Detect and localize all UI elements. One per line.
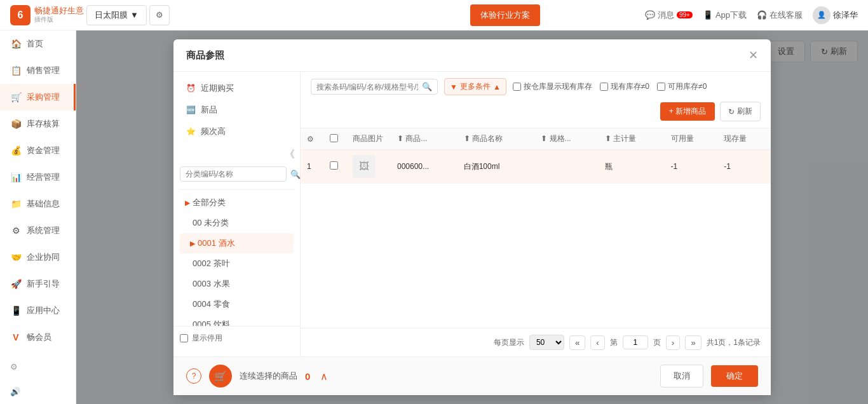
th-name[interactable]: ⬆ 商品名称 [458,128,535,150]
modal-title: 商品参照 [186,50,224,62]
member-icon: V [10,332,22,343]
logo-icon: 6 [10,5,31,25]
th-unit[interactable]: ⬆ 主计量 [599,128,665,150]
filter-checkboxes: 按仓库显示现有库存 现有库存≠0 可用库存≠0 [513,81,707,92]
modal-footer: ? 🛒 连续选择的商品 0 ∧ 取消 确定 [173,356,771,395]
logo-text: 畅捷通好生意 [34,6,84,16]
sidebar-item-inventory[interactable]: 📦 库存核算 [0,111,76,137]
row-num: 1 [301,150,323,184]
business-icon: 📊 [10,172,22,183]
confirm-btn[interactable]: 确定 [711,365,758,387]
sidebar-item-business[interactable]: 📊 经营管理 [0,164,76,191]
add-product-btn[interactable]: + 新增商品 [660,102,715,121]
sidebar-item-apps[interactable]: 📱 应用中心 [0,297,76,324]
guide-icon: 🚀 [10,278,22,290]
sidebar-item-collab[interactable]: 🤝 企业协同 [0,244,76,271]
cb-nonzero-available[interactable]: 可用库存≠0 [657,81,707,92]
first-page-btn[interactable]: « [569,335,585,350]
sidebar-item-base[interactable]: 📁 基础信息 [0,191,76,217]
sidebar-item-guide[interactable]: 🚀 新手引导 [0,271,76,297]
cb-warehouse-stock[interactable]: 按仓库显示现有库存 [513,81,592,92]
sidebar-item-purchase[interactable]: 🛒 采购管理 [0,84,76,111]
cb-nonzero-stock[interactable]: 现有库存≠0 [600,81,649,92]
base-icon: 📁 [10,198,22,210]
cat-0003[interactable]: 0003 水果 [180,274,294,294]
sidebar-item-member[interactable]: V 畅会员 [0,324,76,351]
cart-icon: 🛒 [209,365,232,387]
sidebar-volume-btn[interactable]: 🔊 [0,379,76,404]
next-page-btn[interactable]: › [666,335,680,350]
table-row[interactable]: 1 🖼 [301,150,771,184]
cat-0004[interactable]: 0004 零食 [180,294,294,314]
sidebar-item-finance[interactable]: 💰 资金管理 [0,137,76,164]
cat-0001[interactable]: ▶ 0001 酒水 [180,233,294,253]
cat-all[interactable]: ▶ 全部分类 [180,192,294,213]
tab-high-freq[interactable]: ⭐ 频次高 [180,121,294,142]
row-image: 🖼 [346,150,391,184]
select-all-checkbox[interactable] [330,134,338,142]
collapse-panel-btn[interactable]: 《 [285,148,295,161]
th-spec[interactable]: ⬆ 规格... [534,128,599,150]
row-name: 白酒100ml [458,150,535,184]
sidebar-item-sales[interactable]: 📋 销售管理 [0,57,76,84]
page-input[interactable] [623,335,648,349]
cat-0005[interactable]: 0005 饮料 [180,314,294,326]
sidebar: 🏠 首页 📋 销售管理 🛒 采购管理 📦 库存核算 💰 资金管理 📊 经营管理 … [0,30,76,404]
volume-icon: 🔊 [10,387,20,396]
row-checkbox[interactable] [323,150,346,184]
product-search-icon[interactable]: 🔍 [422,82,432,91]
settings-icon-btn[interactable]: ⚙ [149,5,170,25]
quick-tabs: ⏰ 近期购买 🆕 新品 ⭐ 频次高 [173,78,300,142]
finance-icon: 💰 [10,145,22,156]
show-disabled-checkbox[interactable]: 显示停用 [180,333,294,344]
cat-0002[interactable]: 0002 茶叶 [180,253,294,274]
app-logo: 6 畅捷通好生意 插件版 [10,5,86,25]
row-stock: -1 [717,150,771,184]
th-available: 可用量 [665,128,718,150]
settings-icon: ⚙ [307,135,314,144]
modal-close-btn[interactable]: ✕ [749,48,758,62]
per-page-select[interactable]: 50 10 20 100 [529,335,564,350]
main-layout: 🏠 首页 📋 销售管理 🛒 采购管理 📦 库存核算 💰 资金管理 📊 经营管理 … [0,30,868,404]
messages-badge: 99+ [677,11,693,18]
modal-header: 商品参照 ✕ [173,39,771,72]
cat-00[interactable]: 00 未分类 [180,213,294,233]
nav-dropdown[interactable]: 日太阳膜 ▼ [86,5,147,25]
last-page-btn[interactable]: » [685,335,701,350]
category-list: ▶ 全部分类 00 未分类 ▶ 0001 酒水 0002 茶 [173,192,300,326]
product-table: ⚙ 商品图片 [301,128,771,184]
th-code[interactable]: ⬆ 商品... [391,128,458,150]
new-icon: 🆕 [186,105,196,114]
sales-icon: 📋 [10,65,22,76]
user-avatar[interactable]: 👤 徐泽华 [813,6,858,24]
more-filter-btn[interactable]: ▼ 更多条件 ▲ [444,78,506,95]
sidebar-gear-btn[interactable]: ⚙ [0,354,76,379]
system-icon: ⚙ [10,225,22,236]
modal-left-footer: 显示停用 [173,326,300,350]
sidebar-item-home[interactable]: 🏠 首页 [0,30,76,57]
prev-page-btn[interactable]: ‹ [590,335,604,350]
pagination: 每页显示 50 10 20 100 « ‹ 第 页 [301,328,771,356]
footer-collapse-btn[interactable]: ∧ [320,370,328,382]
sidebar-item-system[interactable]: ⚙ 系统管理 [0,217,76,244]
category-search-input[interactable] [180,166,287,182]
online-service-btn[interactable]: 🎧 在线客服 [757,10,803,21]
tab-recent-purchase[interactable]: ⏰ 近期购买 [180,78,294,98]
modal-right-panel: 🔍 ▼ 更多条件 ▲ 按仓库显示现有库存 [301,72,771,356]
inventory-icon: 📦 [10,118,22,130]
tab-new-items[interactable]: 🆕 新品 [180,100,294,120]
experience-btn[interactable]: 体验行业方案 [470,4,540,26]
app-download-btn[interactable]: 📱 App下载 [703,10,747,21]
help-btn[interactable]: ? [186,368,201,384]
refresh-icon2: ↻ [728,107,735,116]
app-header: 6 畅捷通好生意 插件版 日太阳膜 ▼ ⚙ 体验行业方案 💬 消息 99+ 📱 … [0,0,868,30]
messages-btn[interactable]: 💬 消息 99+ [645,10,693,21]
product-search-input[interactable] [316,83,418,91]
refresh-product-btn[interactable]: ↻ 刷新 [720,102,761,121]
main-content: 查询 设置 ↻ 刷新 商品参照 ✕ [76,30,868,404]
category-search-icon[interactable]: 🔍 [290,170,301,179]
th-image: 商品图片 [346,128,391,150]
show-disabled-input[interactable] [180,334,188,342]
category-search: 🔍 [173,166,300,182]
cancel-btn[interactable]: 取消 [660,365,703,387]
